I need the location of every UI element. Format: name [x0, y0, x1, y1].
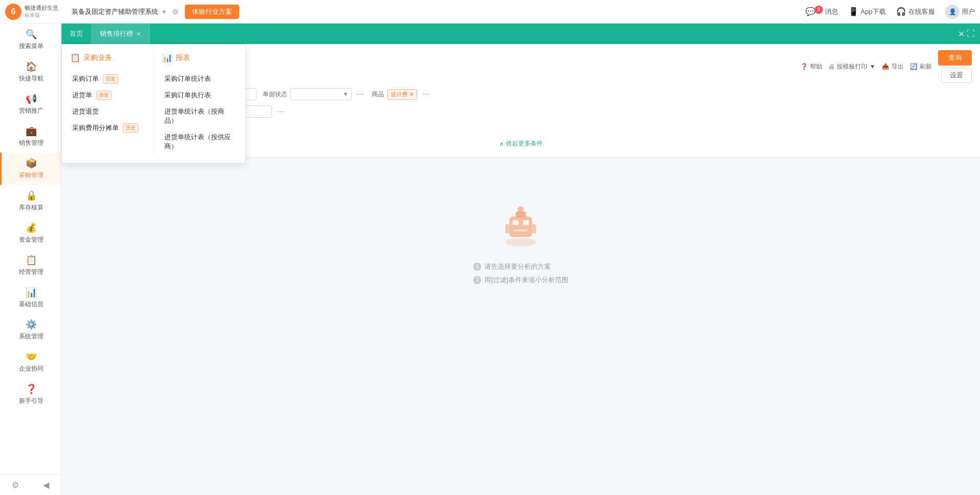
- filter-doc-status: 单据状态 ▼ ···: [263, 88, 366, 100]
- purchase-icon: 📦: [26, 158, 37, 169]
- svg-rect-2: [513, 220, 519, 225]
- app-download-item[interactable]: 📱 App下载: [848, 7, 886, 16]
- settings-button[interactable]: 设置: [941, 68, 972, 83]
- sidebar-item-search[interactable]: 🔍 搜索菜单: [0, 24, 61, 56]
- collapse-sidebar-icon[interactable]: ◀: [43, 480, 49, 490]
- svg-rect-8: [532, 224, 536, 233]
- user-item[interactable]: 👤 用户: [945, 5, 975, 19]
- empty-tip-2: 2 用[过滤]条件来缩小分析范围: [473, 273, 568, 287]
- system-selector[interactable]: 装备及固定资产辅助管理系统 ▼ ⚙: [72, 7, 179, 16]
- message-icon: 💬: [805, 7, 816, 16]
- goods-ellipsis[interactable]: ···: [420, 90, 431, 99]
- sidebar-item-finance[interactable]: 💰 资金管理: [0, 217, 61, 249]
- report-section-title: 📊 报表: [162, 53, 238, 66]
- logo-icon: 6: [5, 4, 22, 20]
- tip-text-2: 用[过滤]条件来缩小分析范围: [484, 273, 568, 287]
- po-stats-label: 采购订单统计表: [164, 74, 211, 83]
- menu-item-po-stats[interactable]: 采购订单统计表: [162, 71, 238, 87]
- doc-status-ellipsis[interactable]: ···: [355, 90, 366, 99]
- sidebar-item-purchase[interactable]: 📦 采购管理: [0, 153, 61, 185]
- sidebar-item-quick-nav[interactable]: 🏠 快捷导航: [0, 56, 61, 88]
- menu-section-report: 📊 报表 采购订单统计表 采购订单执行表 进货单统计表（按商品） 进货单统计表（…: [162, 53, 238, 155]
- export-icon: 📤: [882, 63, 889, 70]
- menu-item-stock-stats-supplier[interactable]: 进货单统计表（按供应商）: [162, 129, 238, 155]
- refresh-btn[interactable]: 🔄 刷新: [910, 62, 932, 71]
- collapse-chevron-icon: ∧: [499, 140, 504, 147]
- export-btn[interactable]: 📤 导出: [882, 62, 904, 71]
- headset-icon: 🎧: [896, 7, 906, 16]
- menu-item-purchase-order[interactable]: 采购订单 历史: [70, 71, 145, 87]
- sidebar-item-operations[interactable]: 📋 经营管理: [0, 249, 61, 282]
- po-exec-label: 采购订单执行表: [164, 91, 211, 100]
- svg-rect-7: [505, 224, 509, 233]
- marketing-icon: 📢: [26, 93, 37, 104]
- purchase-order-history-badge: 历史: [103, 74, 118, 83]
- purchase-expense-label: 采购费用分摊单: [72, 123, 119, 133]
- industry-btn[interactable]: 体验行业方案: [185, 5, 239, 19]
- tip-num-2: 2: [473, 276, 481, 284]
- purchase-dropdown-menu: 📋 采购业务 采购订单 历史 进货单 历史 进货退货 采购费用分摊单 历史 📊 …: [61, 44, 246, 163]
- menu-divider: [154, 53, 154, 155]
- messages-item[interactable]: 💬 9 消息: [805, 7, 838, 16]
- sidebar-item-basic-info[interactable]: 📊 基础信息: [0, 282, 61, 314]
- sidebar-item-enterprise[interactable]: 🤝 企业协同: [0, 346, 61, 378]
- refresh-icon: 🔄: [910, 63, 918, 70]
- tab-home[interactable]: 首页: [61, 24, 92, 44]
- purchase-expense-history-badge: 历史: [123, 123, 138, 133]
- basic-info-icon: 📊: [26, 287, 37, 298]
- purchase-section-label: 采购业务: [83, 53, 112, 62]
- tab-close-all-icon[interactable]: ✕: [958, 29, 965, 39]
- topbar: 6 畅捷通好生意 标准版 装备及固定资产辅助管理系统 ▼ ⚙ 体验行业方案 💬 …: [0, 0, 980, 24]
- tab-expand-icon[interactable]: ⛶: [967, 29, 975, 38]
- online-service-item[interactable]: 🎧 在线客服: [896, 7, 935, 16]
- sidebar-item-inventory[interactable]: 🔒 库存核算: [0, 185, 61, 217]
- salesperson-ellipsis[interactable]: ···: [275, 107, 286, 116]
- online-service-label: 在线客服: [908, 7, 935, 16]
- sidebar-item-label: 采购管理: [19, 171, 44, 180]
- print-dropdown-icon[interactable]: ▼: [869, 63, 876, 70]
- sidebar-item-guide[interactable]: ❓ 新手引导: [0, 378, 61, 411]
- sidebar-item-sales[interactable]: 💼 销售管理: [0, 120, 61, 153]
- sidebar-item-marketing[interactable]: 📢 营销推广: [0, 88, 61, 120]
- menu-item-stock-return[interactable]: 进货退货: [70, 103, 145, 120]
- print-btn[interactable]: 🖨 按模板打印 ▼: [828, 62, 876, 71]
- empty-illustration: [495, 199, 546, 250]
- sidebar-item-label: 新手引导: [19, 397, 44, 405]
- system-dropdown-arrow[interactable]: ▼: [161, 9, 167, 15]
- export-label: 导出: [891, 62, 904, 71]
- help-btn[interactable]: ❓ 帮助: [800, 62, 822, 71]
- svg-rect-1: [509, 217, 532, 237]
- collapse-label: 收起更多条件: [506, 139, 543, 148]
- purchase-section-icon: 📋: [70, 53, 80, 62]
- doc-status-select[interactable]: [290, 88, 352, 100]
- home-icon: 🏠: [26, 61, 37, 72]
- tab-sales-rank-close[interactable]: ✕: [136, 31, 141, 37]
- menu-item-po-exec[interactable]: 采购订单执行表: [162, 87, 238, 103]
- app-download-label: App下载: [861, 7, 886, 16]
- search-icon: 🔍: [26, 29, 37, 40]
- sidebar-item-label: 搜索菜单: [19, 42, 44, 51]
- tab-sales-rank[interactable]: 销售排行榜 ✕: [92, 24, 150, 44]
- refresh-label: 刷新: [920, 62, 932, 71]
- stock-in-label: 进货单: [72, 91, 92, 100]
- report-section-icon: 📊: [162, 53, 173, 62]
- menu-item-stock-stats-goods[interactable]: 进货单统计表（按商品）: [162, 103, 238, 129]
- system-icon: ⚙️: [26, 319, 37, 330]
- svg-rect-4: [514, 229, 528, 231]
- svg-point-0: [505, 238, 536, 246]
- goods-tag-text: 设计费: [391, 91, 408, 98]
- tabbar: 首页 销售排行榜 ✕ ✕ ⛶: [61, 24, 980, 44]
- sidebar-item-label: 经营管理: [19, 268, 44, 276]
- sidebar-item-system[interactable]: ⚙️ 系统管理: [0, 314, 61, 346]
- settings-bottom-icon[interactable]: ⚙: [12, 480, 19, 490]
- print-label: 按模板打印: [837, 62, 867, 71]
- user-label: 用户: [962, 7, 975, 16]
- query-button[interactable]: 查询: [938, 50, 972, 66]
- menu-item-purchase-expense[interactable]: 采购费用分摊单 历史: [70, 120, 145, 136]
- goods-tag-close[interactable]: ✕: [409, 91, 414, 98]
- svg-point-6: [518, 206, 524, 212]
- menu-item-stock-in[interactable]: 进货单 历史: [70, 87, 145, 103]
- sidebar-bottom: ⚙ ◀: [0, 475, 61, 495]
- empty-state: 1 请先选择要分析的方案 2 用[过滤]条件来缩小分析范围: [61, 158, 980, 328]
- system-gear-icon[interactable]: ⚙: [172, 8, 179, 16]
